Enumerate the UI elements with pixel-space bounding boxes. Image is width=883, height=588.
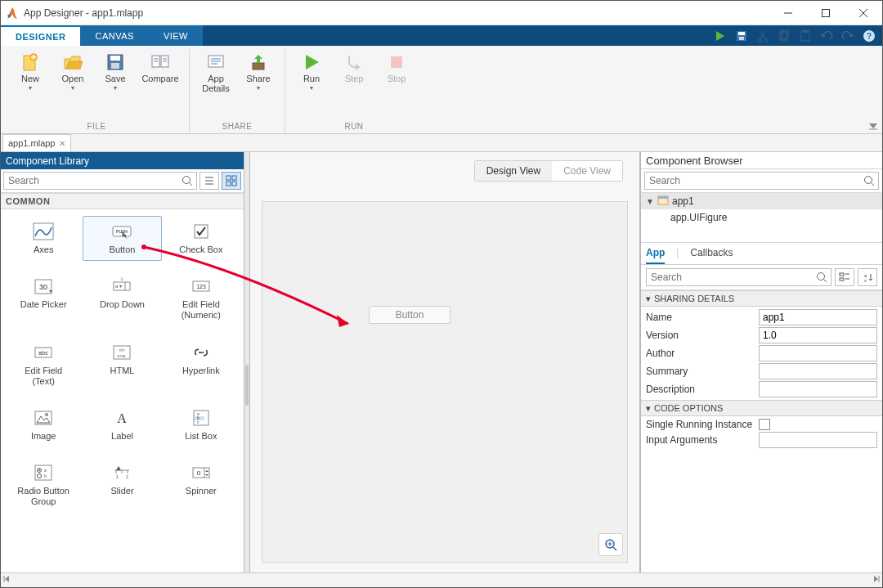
document-tab-app1[interactable]: app1.mlapp ✕ [2,134,71,151]
component-listbox[interactable]: abcList Box [162,402,240,447]
search-icon [863,174,876,187]
redo-icon[interactable] [840,28,856,44]
minimize-button[interactable] [769,1,807,25]
close-button[interactable] [845,1,882,25]
compare-button[interactable]: Compare [137,49,184,120]
zoom-button[interactable] [598,533,623,556]
tab-designer[interactable]: DESIGNER [1,25,80,46]
image-icon [32,408,55,428]
svg-point-77 [38,469,40,471]
prop-summary-label: Summary [646,366,759,377]
run-button[interactable]: Run▼ [290,49,333,120]
prop-summary-input[interactable] [759,363,877,379]
component-axes[interactable]: Axes [4,216,83,261]
svg-point-103 [818,273,825,281]
canvas[interactable]: Button [262,201,628,563]
section-code-options[interactable]: ▾CODE OPTIONS [641,400,882,416]
component-html[interactable]: </>HTMLHTML [83,337,161,393]
grid-view-button[interactable] [222,172,241,190]
app-details-button[interactable]: App Details [195,49,237,120]
component-slider[interactable]: 12Slider [83,457,161,513]
component-date-picker[interactable]: 30Date Picker [4,271,83,326]
new-button[interactable]: New▼ [9,49,52,120]
prop-author-label: Author [646,348,759,359]
save-icon[interactable] [733,28,750,44]
canvas-button-component[interactable]: Button [369,306,450,324]
svg-point-99 [865,177,872,184]
expand-icon[interactable]: ▾ [646,195,654,207]
subtab-callbacks[interactable]: Callbacks [690,247,733,264]
component-dropdown[interactable]: a ▾bDrop Down [83,271,161,326]
svg-text:30: 30 [39,283,47,291]
prop-single-instance-checkbox[interactable] [759,419,770,430]
tree-node-app[interactable]: ▾ app1 [641,193,882,209]
svg-marker-35 [356,64,361,70]
minimize-toolstrip-icon[interactable] [867,120,879,132]
component-checkbox[interactable]: Check Box [162,216,240,261]
svg-marker-4 [716,31,724,41]
prop-single-instance-label: Single Running Instance [646,419,759,430]
svg-text:HTML: HTML [118,354,128,358]
scroll-left-icon[interactable] [2,574,12,586]
step-button[interactable]: Step [333,49,375,120]
maximize-button[interactable] [807,1,845,25]
prop-input-args-input[interactable] [759,432,877,448]
svg-rect-105 [840,273,844,276]
footer-bar [1,572,882,587]
save-disk-icon [105,52,125,72]
component-label[interactable]: ALabel [83,402,161,447]
close-tab-icon[interactable]: ✕ [59,139,65,148]
component-search-input[interactable] [3,172,197,190]
prop-description-label: Description [646,384,759,395]
prop-name-input[interactable] [759,309,877,325]
subtab-app[interactable]: App [646,247,665,264]
component-edit-field-numeric[interactable]: 123Edit Field (Numeric) [162,271,240,326]
open-button[interactable]: Open▼ [52,49,94,120]
scroll-right-icon[interactable] [871,574,881,586]
code-view-button[interactable]: Code View [552,161,622,181]
paste-icon[interactable] [797,28,814,44]
prop-version-input[interactable] [759,327,877,343]
browser-search-input[interactable] [644,172,879,190]
save-button[interactable]: Save▼ [94,49,137,120]
tab-view[interactable]: VIEW [149,25,203,46]
design-view-button[interactable]: Design View [475,161,552,181]
play-icon [302,52,321,72]
component-edit-field-text[interactable]: abcEdit Field (Text) [4,337,83,393]
prop-author-input[interactable] [759,345,877,361]
checkbox-icon [190,222,213,241]
step-icon [344,52,364,72]
property-search-input[interactable] [646,268,831,286]
tree-node-uifigure[interactable]: app.UIFigure [641,209,882,226]
share-button[interactable]: Share▼ [237,49,280,120]
component-browser-title: Component Browser [641,152,882,169]
cut-icon[interactable] [755,28,771,44]
svg-rect-47 [232,182,236,186]
svg-line-100 [872,183,875,186]
dropdown-icon: a ▾b [110,276,133,296]
window-title: App Designer - app1.mlapp [24,7,769,19]
run-icon[interactable] [712,28,728,44]
tab-canvas[interactable]: CANVAS [80,25,148,46]
svg-marker-34 [306,55,319,70]
section-sharing-details[interactable]: ▾SHARING DETAILS [641,290,882,307]
svg-line-104 [824,280,827,283]
list-view-button[interactable] [199,172,219,190]
svg-text:b: b [44,474,47,478]
alphabetical-view-button[interactable]: az [858,268,877,286]
component-spinner[interactable]: 0Spinner [162,457,240,513]
help-icon[interactable]: ? [861,28,877,44]
view-switch: Design View Code View [474,160,623,182]
copy-icon[interactable] [776,28,792,44]
svg-text:a ▾: a ▾ [115,284,122,289]
component-button[interactable]: PUSHButton [83,216,161,261]
stop-button[interactable]: Stop [375,49,418,120]
component-radio-group[interactable]: abRadio Button Group [4,457,83,513]
undo-icon[interactable] [818,28,835,44]
listbox-icon: abc [190,408,213,428]
prop-description-input[interactable] [759,381,877,397]
svg-text:b: b [121,277,123,281]
categorized-view-button[interactable] [835,268,854,286]
component-image[interactable]: Image [4,402,83,447]
component-hyperlink[interactable]: Hyperlink [162,337,240,393]
